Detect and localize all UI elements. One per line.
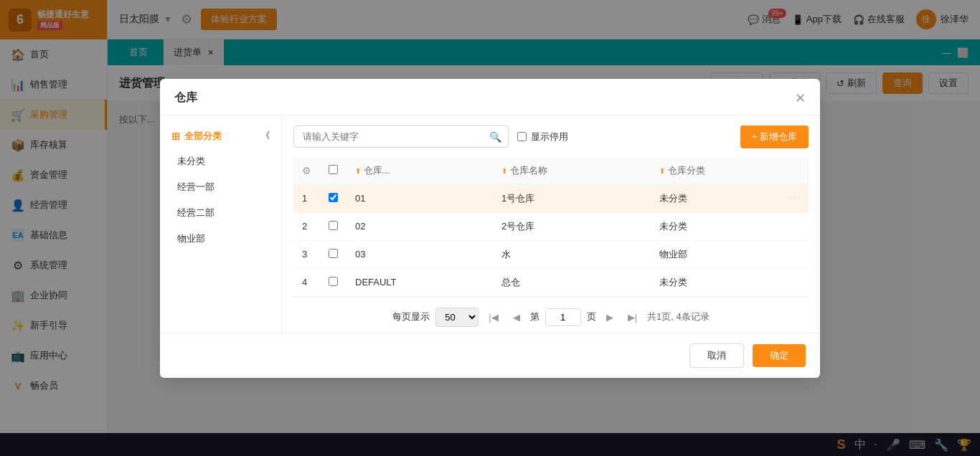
category-header[interactable]: ⊞ 全部分类 《 (160, 124, 281, 148)
warehouse-table-wrap: ⚙ ⬆仓库... ⬆仓库名称 ⬆仓库分类 1 01 (293, 157, 809, 297)
dialog-header: 仓库 ✕ (160, 79, 820, 115)
prev-page-btn[interactable]: ◀ (509, 310, 524, 324)
row1-check[interactable] (320, 184, 347, 212)
th-name: ⬆仓库名称 (493, 157, 651, 185)
pagination: 每页显示 50 10 20 100 |◀ ◀ 第 页 ▶ ▶| 共1页, 4条记… (293, 297, 809, 333)
last-page-btn[interactable]: ▶| (623, 310, 641, 324)
grid-icon: ⊞ (171, 130, 180, 142)
collapse-icon[interactable]: 《 (261, 130, 270, 142)
th-gear[interactable]: ⚙ (293, 157, 320, 185)
select-all-checkbox[interactable] (329, 165, 338, 174)
row3-name: 水 (493, 240, 651, 268)
row4-code: DEFAULT (347, 268, 493, 296)
row3-category: 物业部 (651, 240, 809, 268)
th-checkbox (320, 157, 347, 185)
th-code: ⬆仓库... (347, 157, 493, 185)
row2-category: 未分类 (651, 212, 809, 240)
page-unit: 页 (587, 310, 596, 323)
row3-code: 03 (347, 240, 493, 268)
show-disabled-checkbox-label[interactable]: 显示停用 (517, 130, 568, 143)
warehouse-dialog: 仓库 ✕ ⊞ 全部分类 《 未分类 经营一部 经营二部 物业部 (160, 79, 820, 378)
row4-check[interactable] (320, 268, 347, 296)
warehouse-list-panel: 🔍 显示停用 + 新增仓库 ⚙ (282, 115, 820, 333)
row4-name: 总仓 (493, 268, 651, 296)
search-wrap: 🔍 (293, 125, 509, 148)
th-category: ⬆仓库分类 (651, 157, 809, 185)
add-warehouse-btn[interactable]: + 新增仓库 (740, 125, 809, 148)
dialog-footer: 取消 确定 (160, 333, 820, 378)
warehouse-table: ⚙ ⬆仓库... ⬆仓库名称 ⬆仓库分类 1 01 (293, 157, 809, 297)
row1-num: 1 (293, 184, 320, 212)
search-icon[interactable]: 🔍 (489, 131, 501, 143)
category-header-label: 全部分类 (184, 130, 222, 143)
table-row[interactable]: 1 01 1号仓库 未分类 ··· (293, 184, 809, 212)
dialog-title: 仓库 (174, 90, 197, 105)
row1-name: 1号仓库 (493, 184, 651, 212)
sort-icon: ⬆ (355, 167, 361, 175)
row4-num: 4 (293, 268, 320, 296)
table-header-row: ⚙ ⬆仓库... ⬆仓库名称 ⬆仓库分类 (293, 157, 809, 185)
search-input[interactable] (293, 125, 509, 148)
dialog-close-btn[interactable]: ✕ (795, 90, 806, 106)
next-page-btn[interactable]: ▶ (602, 310, 618, 324)
more-actions-icon[interactable]: ··· (790, 192, 800, 203)
category-panel: ⊞ 全部分类 《 未分类 经营一部 经营二部 物业部 (160, 115, 282, 333)
category-item-dept2[interactable]: 经营二部 (160, 200, 281, 226)
category-item-unclassified[interactable]: 未分类 (160, 148, 281, 174)
row4-category: 未分类 (651, 268, 809, 296)
page-label: 第 (530, 310, 540, 323)
dialog-body: ⊞ 全部分类 《 未分类 经营一部 经营二部 物业部 🔍 (160, 115, 820, 333)
per-page-label: 每页显示 (392, 310, 430, 323)
confirm-btn[interactable]: 确定 (753, 344, 806, 367)
row1-code: 01 (347, 184, 493, 212)
table-row[interactable]: 3 03 水 物业部 (293, 240, 809, 268)
page-total: 共1页, 4条记录 (647, 310, 710, 323)
row3-check[interactable] (320, 240, 347, 268)
row2-code: 02 (347, 212, 493, 240)
column-settings-icon[interactable]: ⚙ (302, 165, 311, 176)
page-input[interactable] (545, 308, 581, 326)
category-item-property[interactable]: 物业部 (160, 226, 281, 252)
show-disabled-checkbox[interactable] (517, 132, 527, 141)
row2-name: 2号仓库 (493, 212, 651, 240)
row1-category: 未分类 ··· (651, 184, 809, 212)
row2-check[interactable] (320, 212, 347, 240)
table-row[interactable]: 2 02 2号仓库 未分类 (293, 212, 809, 240)
sort-cat-icon: ⬆ (659, 167, 665, 175)
cancel-btn[interactable]: 取消 (689, 343, 744, 368)
category-item-dept1[interactable]: 经营一部 (160, 174, 281, 200)
show-disabled-label: 显示停用 (531, 130, 568, 143)
row2-num: 2 (293, 212, 320, 240)
per-page-select[interactable]: 50 10 20 100 (435, 308, 479, 327)
table-body: 1 01 1号仓库 未分类 ··· 2 02 2号仓库 (293, 184, 809, 296)
list-toolbar: 🔍 显示停用 + 新增仓库 (293, 125, 809, 148)
table-row[interactable]: 4 DEFAULT 总仓 未分类 (293, 268, 809, 296)
dialog-overlay: 仓库 ✕ ⊞ 全部分类 《 未分类 经营一部 经营二部 物业部 (0, 0, 980, 456)
sort-name-icon: ⬆ (501, 167, 507, 175)
row3-num: 3 (293, 240, 320, 268)
first-page-btn[interactable]: |◀ (484, 310, 502, 324)
